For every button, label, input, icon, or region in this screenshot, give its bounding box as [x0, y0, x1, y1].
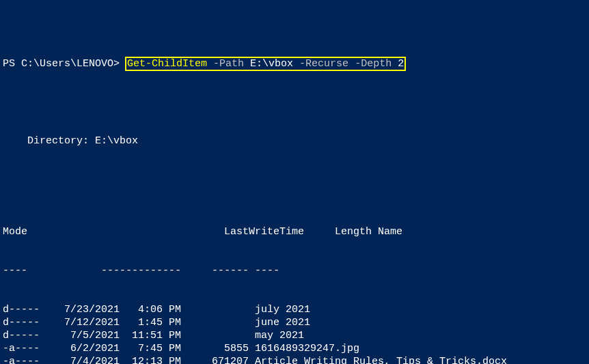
table-row: d----- 7/12/2021 1:45 PM june 2021 — [3, 316, 586, 329]
depth-value: 2 — [398, 58, 404, 70]
cell-mode: d----- — [3, 316, 40, 329]
table-row: -a---- 6/2/2021 7:45 PM 5855 16164893292… — [3, 342, 586, 355]
directory-header-1: Directory: E:\vbox — [3, 135, 586, 148]
cell-time: 11:51 PM — [132, 329, 181, 342]
cell-name: 1616489329247.jpg — [255, 342, 359, 355]
cell-time: 4:06 PM — [132, 303, 181, 316]
cell-name: may 2021 — [255, 329, 304, 342]
hdr-mode: Mode — [3, 225, 40, 238]
cell-mode: -a---- — [3, 355, 40, 364]
prompt-line[interactable]: PS C:\Users\LENOVO> Get-ChildItem -Path … — [3, 57, 586, 70]
cell-length: 5855 — [193, 342, 249, 355]
param-path: -Path — [207, 58, 250, 70]
cell-date: 7/23/2021 — [58, 303, 120, 316]
cell-name: june 2021 — [255, 316, 310, 329]
cell-name: july 2021 — [255, 303, 310, 316]
table-row: -a---- 7/4/2021 12:13 PM 671207 Article … — [3, 355, 586, 364]
cell-date: 7/12/2021 — [58, 316, 120, 329]
cell-date: 7/5/2021 — [58, 329, 120, 342]
cell-mode: d----- — [3, 303, 40, 316]
hdr-name: Name — [378, 225, 402, 238]
ps-prompt: PS C:\Users\LENOVO> — [3, 58, 120, 70]
path-value: E:\vbox — [250, 58, 293, 70]
cell-length: 671207 — [193, 355, 249, 364]
cell-mode: d----- — [3, 329, 40, 342]
cell-time: 1:45 PM — [132, 316, 181, 329]
cell-time: 12:13 PM — [132, 355, 181, 364]
table-dashes: ---- ------------- ------ ---- — [3, 264, 586, 277]
cell-time: 7:45 PM — [132, 342, 181, 355]
param-recurse: -Recurse — [293, 58, 348, 70]
table-row: d----- 7/5/2021 11:51 PM may 2021 — [3, 329, 586, 342]
cell-date: 6/2/2021 — [58, 342, 120, 355]
param-depth: -Depth — [348, 58, 398, 70]
cell-date: 7/4/2021 — [58, 355, 120, 364]
cmdlet: Get-ChildItem — [127, 58, 207, 70]
cell-name: Article Writing Rules, Tips & Tricks.doc… — [255, 355, 507, 364]
table-row: d----- 7/23/2021 4:06 PM july 2021 — [3, 303, 586, 316]
listing-table: Mode LastWriteTime Length Name ---- ----… — [3, 199, 586, 364]
output-section: Directory: E:\vbox Mode LastWriteTime Le… — [3, 109, 586, 364]
hdr-length: Length — [316, 225, 372, 238]
cell-mode: -a---- — [3, 342, 40, 355]
command-highlight: Get-ChildItem -Path E:\vbox -Recurse -De… — [126, 57, 405, 70]
table-header: Mode LastWriteTime Length Name — [3, 225, 586, 238]
